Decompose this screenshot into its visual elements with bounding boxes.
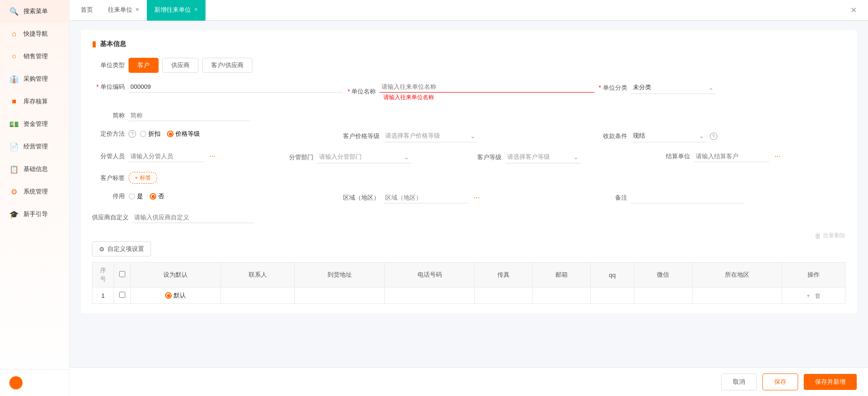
- row-region: [692, 287, 782, 304]
- region-field: 区域（地区） ···: [343, 192, 594, 203]
- row-actions: + 🗑: [782, 287, 845, 304]
- pricing-radio-level[interactable]: 价格等级: [167, 130, 200, 138]
- tab-new-partner-close[interactable]: ✕: [194, 7, 198, 13]
- save-new-button[interactable]: 保存并新增: [804, 374, 857, 390]
- radio-yes-circle: [129, 193, 135, 200]
- manager-input[interactable]: [129, 151, 204, 162]
- dept-select[interactable]: 请输入分管部门 ⌄: [317, 151, 411, 163]
- row-email: [533, 287, 590, 304]
- sidebar-item-guide[interactable]: 🎓 新手引导: [0, 203, 69, 225]
- tab-partner[interactable]: 往来单位 ✕: [100, 0, 147, 21]
- col-fax: 传真: [474, 263, 532, 287]
- unit-category-select[interactable]: 未分类 ⌄: [631, 81, 716, 94]
- settlement-input[interactable]: [694, 151, 769, 162]
- customer-price-label: 客户价格等级: [343, 132, 380, 140]
- tag-add-icon: +: [135, 175, 138, 181]
- supplier-custom-input[interactable]: [132, 212, 254, 223]
- unit-name-label: 单位名称: [343, 87, 376, 96]
- unit-type-btn-both[interactable]: 客户/供应商: [202, 58, 252, 73]
- customer-level-field: 客户等级 请选择客户等级 ⌄: [469, 151, 657, 163]
- payment-help-icon[interactable]: ?: [710, 132, 717, 140]
- sidebar-item-basic-info[interactable]: 📋 基础信息: [0, 158, 69, 180]
- batch-delete-label[interactable]: 批量删除: [823, 232, 845, 240]
- sidebar-item-system[interactable]: ⚙ 系统管理: [0, 180, 69, 203]
- tab-new-partner[interactable]: 新增往来单位 ✕: [147, 0, 206, 21]
- chevron-down-icon-5: ⌄: [573, 154, 579, 161]
- unit-name-input[interactable]: [380, 81, 594, 93]
- section-title: ▮ 基本信息: [92, 39, 845, 48]
- pricing-help-icon[interactable]: ?: [129, 130, 136, 138]
- sidebar-item-inventory[interactable]: ■ 库存核算: [0, 90, 69, 113]
- settlement-more-btn[interactable]: ···: [773, 152, 783, 161]
- customer-level-label: 客户等级: [469, 153, 502, 162]
- row-add-btn[interactable]: +: [807, 292, 810, 299]
- settings-button[interactable]: ⚙ 自定义项设置: [92, 241, 151, 256]
- sidebar-label-basic-info: 基础信息: [23, 165, 48, 173]
- select-all-checkbox[interactable]: [119, 271, 125, 277]
- manager-more-btn[interactable]: ···: [207, 152, 217, 161]
- sidebar-label-system: 系统管理: [23, 187, 48, 196]
- supplier-custom-row: 供应商自定义: [92, 212, 845, 223]
- col-check: [114, 263, 131, 287]
- tab-partner-close[interactable]: ✕: [135, 7, 139, 13]
- basic-info-card: ▮ 基本信息 单位类型 客户 供应商 客户/供应商 单位编码: [81, 30, 857, 313]
- payment-condition-select[interactable]: 现结 ⌄: [631, 130, 706, 142]
- col-phone: 电话号码: [385, 263, 475, 287]
- radio-no-circle: [150, 193, 156, 200]
- dept-field: 分管部门 请输入分管部门 ⌄: [281, 151, 469, 163]
- tab-home-label: 首页: [81, 6, 93, 14]
- disabled-yes-label: 是: [137, 192, 143, 201]
- avatar[interactable]: [9, 376, 23, 389]
- dept-label: 分管部门: [281, 153, 313, 162]
- tag-add-label: 标签: [140, 174, 151, 182]
- unit-type-group: 客户 供应商 客户/供应商: [129, 58, 252, 73]
- pricing-radio-discount[interactable]: 折扣: [140, 130, 160, 138]
- home-icon: ⌂: [9, 29, 19, 39]
- save-button[interactable]: 保存: [762, 373, 798, 390]
- cancel-button[interactable]: 取消: [721, 373, 757, 390]
- supplier-custom-label: 供应商自定义: [92, 213, 129, 222]
- region-more-btn[interactable]: ···: [472, 194, 481, 202]
- col-address: 到货地址: [295, 263, 385, 287]
- window-close-button[interactable]: ✕: [843, 6, 864, 15]
- sidebar-item-search[interactable]: 🔍 搜索菜单: [0, 0, 69, 23]
- sidebar-item-management[interactable]: 📄 经营管理: [0, 135, 69, 158]
- sidebar-item-sales[interactable]: ○ 销售管理: [0, 45, 69, 68]
- region-input[interactable]: [383, 192, 468, 203]
- content-area: ▮ 基本信息 单位类型 客户 供应商 客户/供应商 单位编码: [69, 21, 868, 367]
- col-qq: qq: [590, 263, 634, 287]
- remark-input[interactable]: [631, 192, 744, 203]
- pricing-method-field: 定价方法 ? 折扣 价格等级: [92, 130, 343, 138]
- short-name-input[interactable]: [129, 110, 251, 121]
- sidebar-item-purchase[interactable]: 👔 采购管理: [0, 68, 69, 90]
- disabled-radio-group: 是 否: [129, 192, 164, 201]
- unit-code-field: 单位编码: [92, 81, 343, 93]
- disabled-field: 停用 是 否: [92, 192, 343, 201]
- pricing-radio-group: 折扣 价格等级: [140, 130, 200, 138]
- unit-code-input[interactable]: [129, 81, 343, 93]
- tag-add-button[interactable]: + 标签: [129, 172, 157, 184]
- customer-price-field: 客户价格等级 请选择客户价格等级 ⌄: [343, 130, 594, 142]
- customer-level-placeholder: 请选择客户等级: [507, 153, 550, 161]
- customer-price-select[interactable]: 请选择客户价格等级 ⌄: [383, 130, 477, 142]
- table-row: 1 默认: [92, 287, 845, 304]
- row-delete-btn[interactable]: 🗑: [815, 292, 821, 299]
- sidebar-item-quicknav[interactable]: ⌂ 快捷导航: [0, 23, 69, 45]
- row-default-radio[interactable]: 默认: [136, 291, 216, 300]
- chevron-down-icon: ⌄: [708, 84, 714, 91]
- settings-btn-label: 自定义项设置: [107, 245, 144, 253]
- system-icon: ⚙: [9, 187, 19, 196]
- row-default: 默认: [131, 287, 221, 304]
- sidebar-item-finance[interactable]: 💵 资金管理: [0, 113, 69, 135]
- row-checkbox[interactable]: [119, 292, 125, 298]
- info-icon: 📋: [9, 164, 19, 174]
- row-fax: [474, 287, 532, 304]
- unit-type-btn-customer[interactable]: 客户: [129, 58, 159, 73]
- chevron-down-icon-3: ⌄: [699, 132, 704, 140]
- unit-type-btn-supplier[interactable]: 供应商: [162, 58, 198, 73]
- tab-home[interactable]: 首页: [73, 0, 100, 21]
- customer-level-select[interactable]: 请选择客户等级 ⌄: [505, 151, 580, 163]
- disabled-row: 停用 是 否 区域（地区） ···: [92, 192, 845, 203]
- disabled-radio-no[interactable]: 否: [150, 192, 164, 201]
- disabled-radio-yes[interactable]: 是: [129, 192, 143, 201]
